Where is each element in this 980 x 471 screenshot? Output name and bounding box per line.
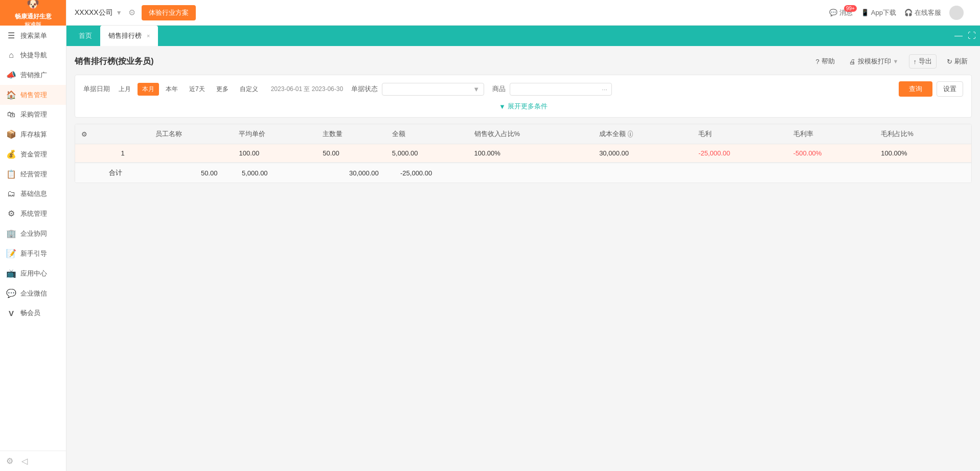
app-name: 畅康通好生意 <box>15 12 52 21</box>
filter-goods: 商品 ··· <box>492 83 612 96</box>
company-selector[interactable]: XXXXX公司 ▼ <box>75 8 122 17</box>
expand-down-icon: ▼ <box>499 103 506 110</box>
td-gross-rate: -500.00% <box>787 144 875 163</box>
sidebar-item-inventory[interactable]: 📦 库存核算 <box>0 124 66 144</box>
sidebar-item-purchase[interactable]: 🛍 采购管理 <box>0 105 66 124</box>
sidebar-item-wechat[interactable]: 💬 企业微信 <box>0 283 66 303</box>
goods-input[interactable]: ··· <box>510 83 612 96</box>
chevron-down-icon: ▼ <box>116 9 122 16</box>
export-button[interactable]: ↑ 导出 <box>909 54 937 69</box>
message-button[interactable]: 💬 消息 99+ <box>829 8 853 17</box>
date-btn-year[interactable]: 本年 <box>161 83 183 96</box>
sidebar-item-finance[interactable]: 💰 资金管理 <box>0 144 66 164</box>
page-header: 销售排行榜(按业务员) ? 帮助 🖨 按模板打印 ▼ ↑ 导出 ↻ 刷新 <box>75 54 972 69</box>
tab-sales-ranking[interactable]: 销售排行榜 × <box>100 26 158 46</box>
sidebar-label-inventory: 库存核算 <box>20 130 47 139</box>
td-gross-pct: 100.00% <box>875 144 971 163</box>
footer-label: 合计 <box>109 168 160 177</box>
date-btn-7days[interactable]: 近7天 <box>185 83 210 96</box>
refresh-button[interactable]: ↻ 刷新 <box>943 55 972 68</box>
tab-sales-ranking-label: 销售排行榜 <box>108 31 142 40</box>
date-btn-more[interactable]: 更多 <box>212 83 233 96</box>
date-btn-custom[interactable]: 自定义 <box>235 83 263 96</box>
tab-close-icon[interactable]: × <box>147 33 150 39</box>
print-button[interactable]: 🖨 按模板打印 ▼ <box>845 55 903 68</box>
message-icon: 💬 <box>829 9 837 16</box>
purchase-icon: 🛍 <box>6 110 16 119</box>
help-label: 帮助 <box>822 57 835 66</box>
tab-fullscreen-icon[interactable]: ⛶ <box>968 31 976 40</box>
refresh-icon: ↻ <box>947 58 952 65</box>
sidebar-item-system[interactable]: ⚙ 系统管理 <box>0 204 66 223</box>
sidebar-label-marketing: 营销推广 <box>20 71 47 80</box>
sidebar-bottom: ⚙ ◁ <box>0 451 66 471</box>
topbar-right: 💬 消息 99+ 📱 App下载 🎧 在线客服 <box>829 6 972 20</box>
sidebar-item-quick[interactable]: ⌂ 快捷导航 <box>0 46 66 65</box>
sidebar-item-basic[interactable]: 🗂 基础信息 <box>0 184 66 204</box>
filter-status: 单据状态 ▼ <box>351 83 484 96</box>
search-menu-icon: ☰ <box>6 31 16 40</box>
td-gross: -25,000.00 <box>692 144 787 163</box>
status-select[interactable]: ▼ <box>382 83 484 96</box>
sidebar-item-marketing[interactable]: 📣 营销推广 <box>0 65 66 85</box>
footer-qty: 50.00 <box>201 169 242 177</box>
status-arrow-icon: ▼ <box>473 85 480 93</box>
app-logo: 🐶 畅康通好生意 标准版 <box>0 0 66 26</box>
date-label: 单据日期 <box>83 84 110 94</box>
trial-button[interactable]: 体验行业方案 <box>142 5 196 20</box>
page-title: 销售排行榜(按业务员) <box>75 56 154 67</box>
sidebar-item-collab[interactable]: 🏢 企业协同 <box>0 223 66 243</box>
export-label: 导出 <box>919 57 932 66</box>
company-name: XXXXX公司 <box>75 8 113 17</box>
th-rank <box>115 124 149 144</box>
date-btn-prev-month[interactable]: 上月 <box>114 83 135 96</box>
sidebar-label-apps: 应用中心 <box>20 269 47 278</box>
sidebar-item-sales[interactable]: 🏠 销售管理 <box>0 85 66 105</box>
tab-minimize-icon[interactable]: — <box>954 31 963 40</box>
filter-expand-row: ▼ 展开更多条件 <box>83 102 963 111</box>
sidebar-label-collab: 企业协同 <box>20 229 47 238</box>
date-btn-current-month[interactable]: 本月 <box>138 83 159 96</box>
sidebar-label-member: 畅会员 <box>20 308 40 318</box>
expand-button[interactable]: ▼ 展开更多条件 <box>499 102 548 111</box>
th-settings[interactable]: ⚙ <box>75 124 115 144</box>
tab-actions: — ⛶ <box>954 31 976 40</box>
td-amount: 5,000.00 <box>386 144 468 163</box>
footer-gross: -25,000.00 <box>400 169 451 177</box>
sidebar: 🐶 畅康通好生意 标准版 ☰ 搜索菜单 ⌂ 快捷导航 📣 营销推广 🏠 销售管理… <box>0 0 66 471</box>
data-table: ⚙ 员工名称 平均单价 主数量 全额 销售收入占比% 成本全额 i 毛利 毛利率… <box>75 124 971 163</box>
sidebar-collapse-icon[interactable]: ◁ <box>21 456 28 466</box>
date-buttons: 上月 本月 本年 近7天 更多 自定义 <box>114 83 263 96</box>
table-footer: 合计 50.00 5,000.00 30,000.00 -25,000.00 <box>75 163 971 183</box>
sidebar-label-sales: 销售管理 <box>20 91 47 100</box>
filter-area: 单据日期 上月 本月 本年 近7天 更多 自定义 2023-06-01 至 20… <box>75 75 972 118</box>
th-cost: 成本全额 i <box>593 124 692 144</box>
query-button[interactable]: 查询 <box>899 81 932 97</box>
settings-button[interactable]: 设置 <box>937 81 963 97</box>
app-label: App下载 <box>871 8 896 17</box>
sidebar-label-system: 系统管理 <box>20 209 47 218</box>
td-name <box>149 144 233 163</box>
sidebar-label-operation: 经营管理 <box>20 170 47 179</box>
basic-icon: 🗂 <box>6 189 16 198</box>
td-qty: 50.00 <box>316 144 386 163</box>
topbar-gear-icon[interactable]: ⚙ <box>128 8 135 17</box>
help-icon: ? <box>815 58 819 65</box>
user-avatar[interactable] <box>949 6 964 20</box>
sidebar-item-apps[interactable]: 📺 应用中心 <box>0 263 66 283</box>
sidebar-item-member[interactable]: V 畅会员 <box>0 303 66 323</box>
tab-home[interactable]: 首页 <box>71 26 100 46</box>
th-avg-price: 平均单价 <box>233 124 316 144</box>
sidebar-item-operation[interactable]: 📋 经营管理 <box>0 164 66 184</box>
app-download-button[interactable]: 📱 App下载 <box>861 8 896 17</box>
help-button[interactable]: ? 帮助 <box>811 55 838 68</box>
td-sales-pct: 100.00% <box>468 144 594 163</box>
message-badge: 99+ <box>844 5 857 12</box>
tab-home-label: 首页 <box>79 31 92 40</box>
sidebar-item-guide[interactable]: 📝 新手引导 <box>0 243 66 263</box>
wechat-icon: 💬 <box>6 288 16 298</box>
td-settings <box>75 144 115 163</box>
online-service-button[interactable]: 🎧 在线客服 <box>904 8 941 17</box>
sidebar-settings-icon[interactable]: ⚙ <box>6 456 13 466</box>
filter-row-1: 单据日期 上月 本月 本年 近7天 更多 自定义 2023-06-01 至 20… <box>83 81 963 97</box>
